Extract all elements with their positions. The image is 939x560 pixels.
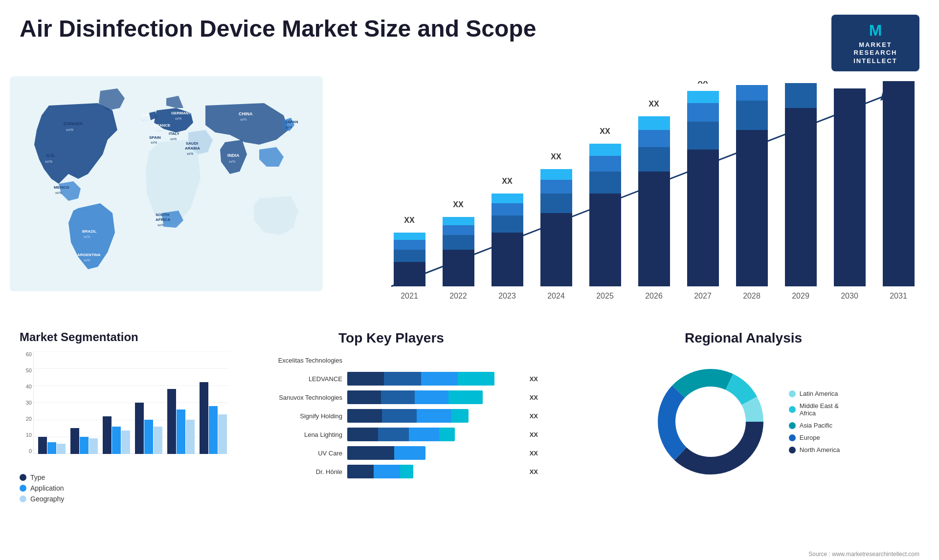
player-name-uvcare: UV Care xyxy=(245,450,342,457)
svg-text:xx%: xx% xyxy=(66,128,73,132)
svg-point-129 xyxy=(684,395,738,449)
map-section: CANADA xx% U.S. xx% MEXICO xx% BRAZIL xx… xyxy=(10,76,323,325)
svg-text:xx%: xx% xyxy=(156,129,162,132)
svg-text:xx%: xx% xyxy=(84,235,90,238)
svg-text:2029: 2029 xyxy=(792,292,809,300)
world-map-svg: CANADA xx% U.S. xx% MEXICO xx% BRAZIL xx… xyxy=(10,76,323,291)
player-name-drhonle: Dr. Hönle xyxy=(245,468,342,475)
svg-text:2030: 2030 xyxy=(841,292,858,300)
svg-text:XX: XX xyxy=(600,127,610,135)
player-bar-drhonle xyxy=(347,465,413,478)
segmentation-legend: Type Application Geography xyxy=(20,474,215,503)
legend-dot-type xyxy=(20,474,26,481)
player-xx-lena: XX xyxy=(530,431,538,438)
logo-line2: RESEARCH xyxy=(840,49,911,57)
svg-text:SPAIN: SPAIN xyxy=(149,135,161,140)
svg-text:U.S.: U.S. xyxy=(46,153,55,158)
logo: M MARKET RESEARCH INTELLECT xyxy=(831,15,919,71)
player-row-excelitas: Excelitas Technologies xyxy=(245,353,538,367)
svg-text:xx%: xx% xyxy=(141,119,147,122)
legend-dot-geography xyxy=(20,495,26,502)
svg-text:xx%: xx% xyxy=(175,117,181,120)
logo-line3: INTELLECT xyxy=(840,57,911,65)
svg-text:XX: XX xyxy=(648,100,659,108)
player-bar-excelitas xyxy=(347,353,538,367)
svg-rect-72 xyxy=(687,103,719,122)
player-row-drhonle: Dr. Hönle XX xyxy=(245,465,538,478)
svg-rect-53 xyxy=(540,194,572,213)
svg-rect-100 xyxy=(47,442,56,454)
svg-rect-41 xyxy=(443,235,474,250)
regional-title: Regional Analysis xyxy=(685,330,802,346)
svg-text:GERMANY: GERMANY xyxy=(171,111,192,115)
player-row-sanuvox: Sanuvox Technologies XX xyxy=(245,390,538,404)
svg-rect-82 xyxy=(785,83,817,108)
svg-rect-108 xyxy=(135,403,144,454)
svg-text:ARGENTINA: ARGENTINA xyxy=(77,253,101,257)
dot-asia-pacific xyxy=(789,422,796,429)
svg-rect-66 xyxy=(638,130,670,147)
dot-north-america xyxy=(789,447,796,453)
player-bar-wrap-uvcare xyxy=(347,446,521,460)
logo-line1: MARKET xyxy=(840,41,911,49)
svg-text:BRAZIL: BRAZIL xyxy=(82,229,96,234)
player-bar-wrap-lena xyxy=(347,428,521,441)
svg-rect-37 xyxy=(394,233,425,240)
svg-text:xx%: xx% xyxy=(170,137,177,141)
svg-rect-104 xyxy=(89,438,98,454)
svg-text:JAPAN: JAPAN xyxy=(285,120,298,124)
player-row-signify: Signify Holding XX xyxy=(245,409,538,423)
legend-europe: Europe xyxy=(789,434,840,441)
player-bar-wrap-signify xyxy=(347,409,521,423)
label-latin-america: Latin America xyxy=(800,390,838,397)
legend-label-geography: Geography xyxy=(30,495,64,503)
player-name-ledvance: LEDVANCE xyxy=(245,375,342,383)
bar-chart-svg: XX 2021 XX 2022 XX 2023 XX 2024 xyxy=(352,81,919,306)
logo-letter: M xyxy=(840,21,911,41)
svg-text:SAUDI: SAUDI xyxy=(186,141,198,146)
players-section: Top Key Players Excelitas Technologies L… xyxy=(235,325,548,511)
svg-text:2021: 2021 xyxy=(401,292,418,300)
svg-rect-115 xyxy=(209,406,218,454)
svg-rect-35 xyxy=(394,250,425,262)
svg-rect-99 xyxy=(38,437,47,454)
legend-application: Application xyxy=(20,484,215,492)
svg-rect-52 xyxy=(540,213,572,286)
svg-text:XX: XX xyxy=(551,152,561,161)
player-bar-wrap-ledvance xyxy=(347,372,521,386)
legend-geography: Geography xyxy=(20,495,215,503)
svg-rect-54 xyxy=(540,180,572,194)
segmentation-section: Market Segmentation 60 50 40 30 20 10 0 xyxy=(10,325,225,511)
svg-rect-73 xyxy=(687,91,719,103)
header: Air Disinfection Device Market Size and … xyxy=(0,0,939,76)
svg-rect-112 xyxy=(177,409,185,454)
svg-text:2027: 2027 xyxy=(694,292,712,300)
player-row-uvcare: UV Care XX xyxy=(245,446,538,460)
svg-rect-42 xyxy=(443,225,474,235)
label-europe: Europe xyxy=(800,434,820,441)
dot-latin-america xyxy=(789,390,796,397)
svg-text:SOUTH: SOUTH xyxy=(156,213,169,217)
player-name-lena: Lena Lighting xyxy=(245,431,342,438)
player-name-sanuvox: Sanuvox Technologies xyxy=(245,394,342,401)
svg-rect-60 xyxy=(589,156,621,172)
page-title: Air Disinfection Device Market Size and … xyxy=(20,15,536,43)
svg-rect-67 xyxy=(638,116,670,130)
svg-text:XX: XX xyxy=(453,200,464,209)
svg-rect-116 xyxy=(218,414,227,454)
dot-mea xyxy=(789,406,796,413)
svg-text:xx%: xx% xyxy=(55,191,62,194)
regional-legend: Latin America Middle East &Africa Asia P… xyxy=(789,390,840,453)
bottom-section: Market Segmentation 60 50 40 30 20 10 0 xyxy=(0,325,939,501)
player-xx-ledvance: XX xyxy=(530,375,538,383)
label-asia-pacific: Asia Pacific xyxy=(800,422,832,429)
svg-text:XX: XX xyxy=(502,177,513,185)
svg-text:2024: 2024 xyxy=(547,292,565,300)
player-bar-lena xyxy=(347,428,455,441)
svg-text:U.K.: U.K. xyxy=(142,113,150,117)
legend-label-application: Application xyxy=(30,484,64,492)
player-name-excelitas: Excelitas Technologies xyxy=(245,357,342,364)
svg-rect-59 xyxy=(589,172,621,194)
label-north-america: North America xyxy=(800,446,840,453)
svg-text:ARABIA: ARABIA xyxy=(185,146,200,151)
